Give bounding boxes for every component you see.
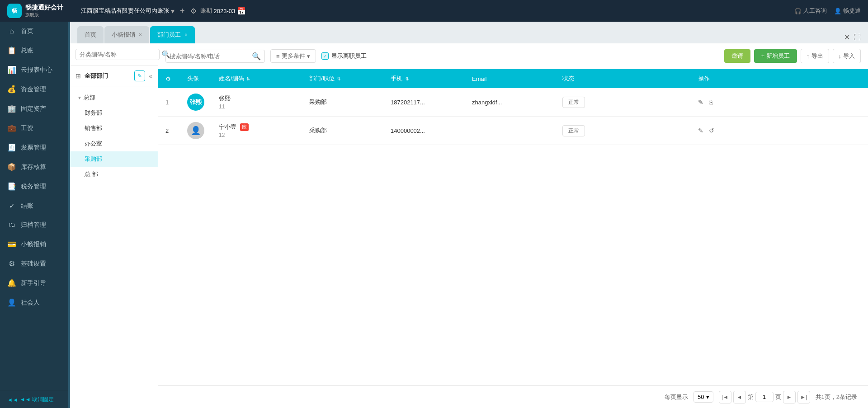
tab-expense-close[interactable]: × — [139, 32, 142, 38]
filter-icon: ≡ — [276, 53, 280, 60]
logout-icon[interactable]: ⎘ — [709, 98, 712, 106]
sidebar-label-salary: 工资 — [21, 124, 33, 132]
sidebar-label-invoice: 发票管理 — [21, 144, 46, 152]
header-settings-icon[interactable]: ⚙ — [190, 7, 197, 15]
delete-icon[interactable]: ↺ — [709, 127, 714, 134]
sidebar-item-funds[interactable]: 💰 资金管理 — [0, 80, 70, 99]
show-resigned-toggle[interactable]: ✓ 显示离职员工 — [321, 52, 367, 60]
logo-text: 畅捷通好会计 — [25, 4, 63, 12]
page-size-label: 每页显示 — [665, 393, 688, 401]
sidebar-item-salary[interactable]: 💼 工资 — [0, 118, 70, 138]
tab-expense[interactable]: 小畅报销 × — [104, 26, 149, 43]
sidebar-item-admin[interactable]: 👤 社会人 — [0, 293, 70, 312]
dept-purchase-label: 采购部 — [85, 155, 102, 163]
tab-home[interactable]: 首页 — [77, 26, 104, 43]
dept-tree-item-office[interactable]: 办公室 — [70, 136, 158, 151]
row1-phone: 187202117... — [383, 88, 465, 117]
employee-search-icon[interactable]: 🔍 — [252, 52, 261, 61]
close-window-button[interactable]: ✕ — [844, 33, 850, 42]
invite-button[interactable]: 邀请 — [724, 49, 750, 63]
ledger-icon: 📋 — [7, 46, 16, 55]
add-company-icon[interactable]: + — [180, 6, 185, 16]
export-button[interactable]: ↑ 导出 — [801, 49, 829, 63]
top-header: 畅 畅捷通好会计 旗舰版 江西服宝精品有限责任公司内账张 ▾ + ⚙ 账期 20… — [0, 0, 868, 22]
sidebar-label-guide: 新手引导 — [21, 279, 46, 287]
sidebar-item-invoice[interactable]: 🧾 发票管理 — [0, 138, 70, 157]
company-dropdown-icon[interactable]: ▾ — [171, 7, 175, 15]
sidebar-item-checkout[interactable]: ✓ 结账 — [0, 196, 70, 216]
edit-icon[interactable]: ✎ — [698, 98, 703, 106]
next-page-button[interactable]: ► — [783, 391, 796, 403]
guide-icon: 🔔 — [7, 279, 16, 287]
dept-tree-item-purchase[interactable]: 采购部 — [70, 151, 158, 167]
sidebar-label-reports: 云报表中心 — [21, 66, 52, 74]
calendar-icon[interactable]: 📅 — [237, 7, 246, 15]
page-size-select[interactable]: 50 ▾ — [693, 391, 713, 403]
unpin-icon: ◄◄ — [7, 397, 18, 403]
status-badge: 正常 — [562, 125, 585, 136]
first-page-button[interactable]: |◄ — [719, 391, 731, 403]
human-service-button[interactable]: 🎧 人工咨询 — [794, 7, 827, 15]
table-settings-icon[interactable]: ⚙ — [165, 75, 171, 82]
employee-code: 12 — [219, 132, 295, 138]
th-phone[interactable]: 手机 ⇅ — [383, 69, 465, 88]
employee-search-input[interactable] — [170, 53, 250, 60]
sidebar-item-settings[interactable]: ⚙ 基础设置 — [0, 254, 70, 273]
filter-dropdown-icon: ▾ — [307, 53, 310, 60]
dept-general-label: 总部 — [84, 94, 95, 102]
dept-finance-label: 财务部 — [85, 109, 102, 117]
add-employee-button[interactable]: + 新增员工 — [754, 49, 797, 63]
page-indicator: 第 页 — [748, 392, 781, 402]
sidebar: ⌂ 首页 📋 总账 📊 云报表中心 💰 资金管理 🏢 固定资产 💼 工资 — [0, 22, 70, 408]
dept-collapse-button[interactable]: « — [149, 72, 152, 80]
sidebar-item-expense[interactable]: 💳 小畅报销 — [0, 234, 70, 254]
unpin-button[interactable]: ◄◄ ◄◄ 取消固定 — [0, 391, 70, 408]
sidebar-item-ledger[interactable]: 📋 总账 — [0, 41, 70, 60]
last-page-button[interactable]: ►| — [797, 391, 810, 403]
import-icon: ↓ — [839, 53, 842, 60]
sidebar-item-inventory[interactable]: 📦 库存核算 — [0, 157, 70, 177]
expand-triangle-icon: ▼ — [77, 95, 82, 100]
page-input[interactable] — [755, 392, 774, 402]
user-menu[interactable]: 👤 畅捷通 — [834, 7, 861, 15]
action-icons: ✎ ⎘ — [698, 98, 861, 106]
edit-icon[interactable]: ✎ — [698, 127, 703, 134]
prev-page-button[interactable]: ◄ — [733, 391, 746, 403]
dept-search-input[interactable] — [75, 49, 160, 60]
tab-employees-close[interactable]: × — [184, 32, 188, 38]
dept-general2-label: 总 部 — [85, 170, 98, 178]
table-row: 1 张熙 张熙 11 采购部 — [158, 88, 868, 117]
sidebar-item-tax[interactable]: 📑 税务管理 — [0, 177, 70, 196]
th-avatar: 头像 — [180, 69, 212, 88]
filter-label: 更多条件 — [282, 52, 305, 60]
sidebar-label-ledger: 总账 — [21, 47, 33, 55]
dept-tree-item-sales[interactable]: 销售部 — [70, 121, 158, 136]
invoice-icon: 🧾 — [7, 143, 16, 152]
sidebar-item-home[interactable]: ⌂ 首页 — [0, 22, 70, 41]
avatar: 张熙 — [187, 94, 204, 111]
th-settings[interactable]: ⚙ — [158, 69, 180, 88]
dept-edit-button[interactable]: ✎ — [134, 70, 145, 81]
name-row: 宁小壹 应 — [219, 123, 295, 131]
th-name[interactable]: 姓名/编码 ⇅ — [212, 69, 302, 88]
assets-icon: 🏢 — [7, 104, 16, 113]
action-icons: ✎ ↺ — [698, 127, 861, 134]
sidebar-item-archive[interactable]: 🗂 归档管理 — [0, 216, 70, 234]
resigned-checkbox[interactable]: ✓ — [321, 52, 329, 60]
unpin-label: ◄◄ 取消固定 — [20, 396, 54, 403]
page-size-dropdown-icon: ▾ — [706, 394, 709, 400]
sidebar-item-reports[interactable]: 📊 云报表中心 — [0, 60, 70, 80]
more-filter-button[interactable]: ≡ 更多条件 ▾ — [270, 49, 316, 63]
dept-tree-item-general[interactable]: ▼ 总部 — [70, 90, 158, 105]
sidebar-item-assets[interactable]: 🏢 固定资产 — [0, 99, 70, 118]
import-button[interactable]: ↓ 导入 — [833, 49, 861, 63]
th-dept[interactable]: 部门/职位 ⇅ — [302, 69, 383, 88]
maximize-window-button[interactable]: ⛶ — [854, 33, 861, 42]
dept-office-label: 办公室 — [85, 140, 102, 148]
dept-tree-item-general2[interactable]: 总 部 — [70, 167, 158, 182]
dept-tree-item-finance[interactable]: 财务部 — [70, 105, 158, 121]
sidebar-item-guide[interactable]: 🔔 新手引导 — [0, 273, 70, 293]
employee-tag: 应 — [240, 123, 249, 131]
funds-icon: 💰 — [7, 85, 16, 94]
tab-employees[interactable]: 部门员工 × — [150, 26, 195, 43]
